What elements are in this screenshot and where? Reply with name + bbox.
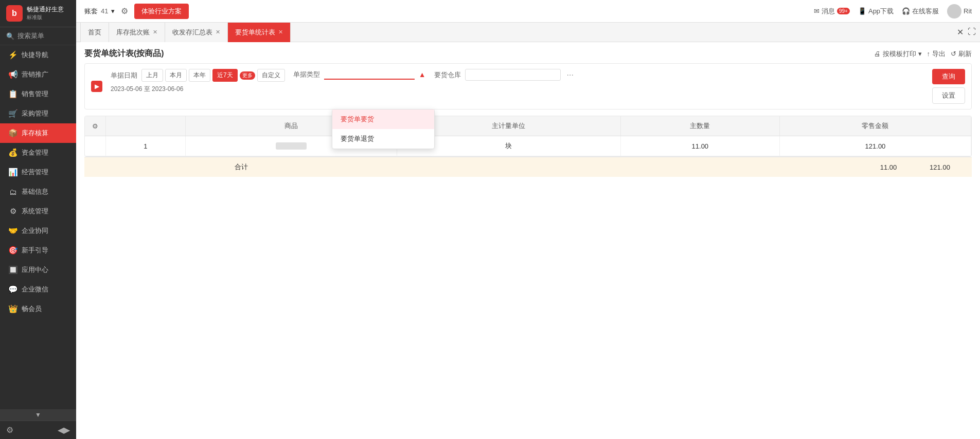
tab-home[interactable]: 首页 <box>80 23 109 42</box>
tab-order-stats-close[interactable]: ✕ <box>278 29 283 35</box>
sidebar-item-inventory[interactable]: 📦 库存核算 <box>0 123 76 143</box>
topbar: 账套 41 ▾ ⚙ 体验行业方案 ✉ 消息 99+ 📱 App下载 🎧 在线客服 <box>76 0 980 23</box>
col-amount: 零售金额 <box>779 116 971 136</box>
inventory-icon: 📦 <box>8 129 17 138</box>
page-header: 要货单统计表(按商品) 🖨 按模板打印 ▾ ↑ 导出 ↺ 刷新 <box>76 42 980 63</box>
account-selector[interactable]: 账套 41 ▾ <box>84 7 115 16</box>
dropdown-item-order-return[interactable]: 要货单退货 <box>332 129 434 149</box>
sidebar-item-finance[interactable]: 💰 资金管理 <box>0 143 76 162</box>
print-chevron-icon: ▾ <box>918 50 922 58</box>
tab-close-all-icon[interactable]: ✕ <box>957 27 964 37</box>
app-logo: b <box>6 5 23 22</box>
table-settings-icon[interactable]: ⚙ <box>92 122 98 130</box>
warehouse-filter-group: 要货仓库 ··· <box>434 69 574 81</box>
date-7days[interactable]: 近7天 <box>212 69 238 82</box>
sidebar-item-guide[interactable]: 🎯 新手引导 <box>0 241 76 260</box>
sidebar-item-operations[interactable]: 📊 经营管理 <box>0 162 76 182</box>
type-filter-chevron-up[interactable]: ▲ <box>419 70 426 79</box>
tab-inventory-batch-close[interactable]: ✕ <box>153 29 157 35</box>
print-template-button[interactable]: 🖨 按模板打印 ▾ <box>874 49 922 59</box>
guide-icon: 🎯 <box>8 246 17 255</box>
sidebar-item-wechat[interactable]: 💬 企业微信 <box>0 280 76 299</box>
user-profile[interactable]: Rit <box>947 4 972 19</box>
search-menu[interactable]: 🔍 搜索菜单 <box>0 27 76 45</box>
type-dropdown: 要货单要货 要货单退货 <box>332 109 435 149</box>
sidebar-item-quick-nav[interactable]: ⚡ 快捷导航 <box>0 45 76 65</box>
sidebar-item-basic[interactable]: 🗂 基础信息 <box>0 182 76 202</box>
refresh-icon: ↺ <box>951 50 956 58</box>
tab-receive-summary-close[interactable]: ✕ <box>216 29 220 35</box>
date-more-badge[interactable]: 更多 <box>240 71 255 80</box>
warehouse-filter-label: 要货仓库 <box>434 70 461 80</box>
brand-name: 畅捷通好生意 <box>27 6 64 14</box>
row-quantity: 11.00 <box>620 136 779 156</box>
refresh-button[interactable]: ↺ 刷新 <box>951 49 972 59</box>
trial-button[interactable]: 体验行业方案 <box>134 4 189 19</box>
marketing-icon: 📢 <box>8 70 17 79</box>
collapse-icon[interactable]: ◀▶ <box>58 425 70 435</box>
app-download-button[interactable]: 📱 App下载 <box>858 7 894 16</box>
warehouse-filter-input[interactable] <box>465 69 561 81</box>
sidebar-nav: ⚡ 快捷导航 📢 营销推广 📋 销售管理 🛒 采购管理 📦 库存核算 💰 资金管… <box>0 45 76 409</box>
sidebar-item-label: 基础信息 <box>22 187 48 196</box>
sidebar-item-apps[interactable]: 🔲 应用中心 <box>0 260 76 280</box>
messages-button[interactable]: ✉ 消息 99+ <box>814 7 850 16</box>
warehouse-more-icon[interactable]: ··· <box>567 70 574 80</box>
data-table: ⚙ 商品 主计量单位 主数量 零售金额 1 <box>85 116 971 156</box>
tab-expand-icon[interactable]: ⛶ <box>968 27 976 37</box>
page-title: 要货单统计表(按商品) <box>84 48 164 59</box>
dropdown-item-order-goods[interactable]: 要货单要货 <box>332 109 434 129</box>
account-label: 账套 <box>84 7 98 16</box>
tab-inventory-batch[interactable]: 库存批次账 ✕ <box>109 23 165 42</box>
date-curr-month[interactable]: 本月 <box>165 69 187 82</box>
tab-order-stats[interactable]: 要货单统计表 ✕ <box>228 23 291 42</box>
online-service-button[interactable]: 🎧 在线客服 <box>902 7 939 16</box>
settings-button[interactable]: 设置 <box>932 87 965 104</box>
sidebar-item-marketing[interactable]: 📢 营销推广 <box>0 65 76 84</box>
purchase-icon: 🛒 <box>8 109 17 118</box>
apps-icon: 🔲 <box>8 265 17 275</box>
date-filter-col: 单据日期 上月 本月 本年 近7天 更多 自定义 2023-05-06 至 20… <box>111 69 285 94</box>
finance-icon: 💰 <box>8 148 17 157</box>
settings-footer-icon[interactable]: ⚙ <box>6 425 13 435</box>
topbar-gear-icon[interactable]: ⚙ <box>121 6 128 16</box>
user-name: Rit <box>964 7 972 15</box>
search-icon: 🔍 <box>6 32 14 40</box>
messages-icon: ✉ <box>814 7 819 15</box>
filter-expand-button[interactable]: ▶ <box>91 81 102 92</box>
filter-row: 单据日期 上月 本月 本年 近7天 更多 自定义 2023-05-06 至 20… <box>111 69 965 104</box>
sidebar-item-label: 新手引导 <box>22 246 48 255</box>
tab-receive-summary[interactable]: 收发存汇总表 ✕ <box>165 23 228 42</box>
sidebar-item-system[interactable]: ⚙ 系统管理 <box>0 202 76 221</box>
tabbar-expand: ✕ ⛶ <box>957 27 976 37</box>
tabbar: 首页 库存批次账 ✕ 收发存汇总表 ✕ 要货单统计表 ✕ ✕ ⛶ <box>76 23 980 42</box>
col-settings: ⚙ <box>85 116 105 136</box>
date-curr-year[interactable]: 本年 <box>189 69 210 82</box>
sidebar-item-label: 采购管理 <box>22 109 48 118</box>
sidebar-header: b 畅捷通好生意 标准版 <box>0 0 76 27</box>
sidebar-item-members[interactable]: 👑 畅会员 <box>0 299 76 319</box>
type-filter-input[interactable] <box>324 69 415 80</box>
tab-receive-summary-label: 收发存汇总表 <box>172 28 212 37</box>
sidebar-item-label: 经营管理 <box>22 168 48 177</box>
sidebar-item-purchase[interactable]: 🛒 采购管理 <box>0 104 76 123</box>
sidebar-item-sales[interactable]: 📋 销售管理 <box>0 84 76 104</box>
sidebar-item-enterprise[interactable]: 🤝 企业协同 <box>0 221 76 241</box>
date-prev-month[interactable]: 上月 <box>141 69 163 82</box>
sidebar-scroll-down[interactable]: ▼ <box>0 409 76 420</box>
query-button[interactable]: 查询 <box>932 69 965 84</box>
tab-home-label: 首页 <box>88 28 101 37</box>
total-quantity: 11.00 <box>863 163 914 171</box>
messages-badge: 99+ <box>837 8 850 14</box>
product-masked <box>276 142 307 150</box>
date-custom[interactable]: 自定义 <box>257 69 285 82</box>
sidebar-footer: ⚙ ◀▶ <box>0 420 76 439</box>
sidebar: b 畅捷通好生意 标准版 🔍 搜索菜单 ⚡ 快捷导航 📢 营销推广 📋 销售管理… <box>0 0 76 439</box>
table-footer: 合计 11.00 121.00 <box>84 157 972 177</box>
export-button[interactable]: ↑ 导出 <box>927 49 946 59</box>
system-icon: ⚙ <box>8 207 17 216</box>
type-filter-label: 单据类型 <box>293 70 320 79</box>
account-num: 41 <box>101 7 108 15</box>
operations-icon: 📊 <box>8 168 17 177</box>
col-quantity: 主数量 <box>620 116 779 136</box>
